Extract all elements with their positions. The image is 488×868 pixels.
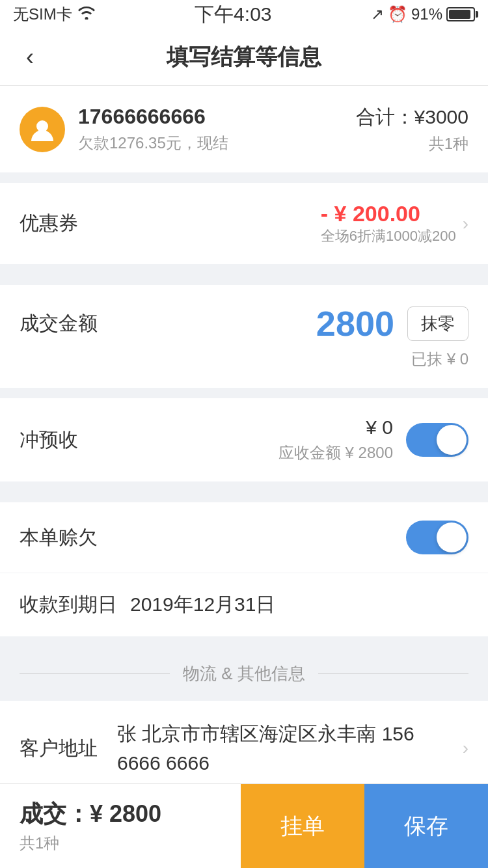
prepay-label: 冲预收 — [20, 427, 78, 454]
bottom-count: 共1种 — [20, 833, 221, 854]
amount-section: 成交金额 2800 抹零 已抹 ¥ 0 — [0, 285, 488, 388]
coupon-section[interactable]: 优惠券 - ¥ 200.00 全场6折满1000减200 › — [0, 183, 488, 264]
battery-percent: 91% — [411, 5, 442, 23]
customer-phone: 17666666666 — [78, 105, 228, 129]
round-button[interactable]: 抹零 — [407, 306, 468, 341]
alarm-icon: ⏰ — [388, 5, 407, 23]
coupon-amount: - ¥ 200.00 — [321, 201, 456, 226]
coupon-desc: 全场6折满1000减200 — [321, 226, 456, 246]
amount-value: 2800 — [316, 303, 394, 344]
avatar — [20, 107, 65, 152]
wifi-icon — [77, 5, 96, 23]
address-value: 张 北京市市辖区海淀区永丰南 156 6666 6666 — [117, 719, 463, 778]
status-time: 下午4:03 — [195, 1, 271, 28]
prepay-right: ¥ 0 应收金额 ¥ 2800 — [278, 416, 468, 463]
customer-info: 17666666666 欠款1276.35元，现结 — [78, 105, 228, 154]
deal-label: 成交： — [20, 800, 90, 827]
customer-debt: 欠款1276.35元，现结 — [78, 133, 228, 154]
amount-label: 成交金额 — [20, 310, 98, 337]
toggle-knob — [437, 425, 467, 455]
save-button[interactable]: 保存 — [364, 784, 488, 868]
prepay-row: 冲预收 ¥ 0 应收金额 ¥ 2800 — [20, 416, 468, 463]
prepay-toggle[interactable] — [406, 423, 468, 457]
customer-right: 合计：¥3000 共1种 — [356, 104, 468, 154]
customer-left: 17666666666 欠款1276.35元，现结 — [20, 105, 228, 154]
bottom-summary: 成交：¥ 2800 共1种 — [0, 784, 241, 868]
coupon-chevron-icon: › — [463, 213, 468, 234]
customer-card: 17666666666 欠款1276.35元，现结 合计：¥3000 共1种 — [0, 86, 488, 172]
prepay-amount: ¥ 0 — [278, 416, 393, 439]
location-icon: ↗ — [371, 5, 384, 23]
logistics-divider: 物流 & 其他信息 — [0, 647, 488, 701]
status-left: 无SIM卡 — [13, 4, 96, 25]
duedate-label: 收款到期日 — [20, 591, 117, 618]
status-bar: 无SIM卡 下午4:03 ↗ ⏰ 91% — [0, 0, 488, 29]
section-divider-2 — [0, 481, 488, 492]
amount-right: 2800 抹零 — [316, 303, 468, 344]
debt-toggle[interactable] — [406, 521, 468, 554]
address-chevron-icon: › — [463, 738, 468, 759]
status-right: ↗ ⏰ 91% — [371, 5, 475, 23]
coupon-right: - ¥ 200.00 全场6折满1000减200 › — [321, 201, 468, 246]
page-title: 填写结算等信息 — [167, 42, 321, 72]
duedate-value: 2019年12月31日 — [130, 591, 275, 618]
back-icon: ‹ — [26, 44, 34, 70]
hang-button[interactable]: 挂单 — [241, 784, 364, 868]
prepay-section: 冲预收 ¥ 0 应收金额 ¥ 2800 — [0, 398, 488, 481]
carrier-text: 无SIM卡 — [13, 4, 72, 25]
debt-toggle-knob — [437, 522, 467, 552]
save-button-label: 保存 — [404, 811, 448, 841]
back-button[interactable]: ‹ — [20, 37, 40, 77]
debt-section: 本单赊欠 — [0, 502, 488, 573]
total-amount: 合计：¥3000 — [356, 104, 468, 131]
prepay-sub: 应收金额 ¥ 2800 — [278, 442, 393, 463]
bottom-bar: 成交：¥ 2800 共1种 挂单 保存 — [0, 783, 488, 868]
duedate-row: 收款到期日 2019年12月31日 — [20, 591, 468, 618]
amount-row: 成交金额 2800 抹零 — [20, 303, 468, 344]
hang-button-label: 挂单 — [280, 811, 325, 841]
nav-bar: ‹ 填写结算等信息 — [0, 29, 488, 86]
duedate-section: 收款到期日 2019年12月31日 — [0, 573, 488, 636]
address-label: 客户地址 — [20, 735, 98, 762]
divider-line-right — [318, 673, 468, 674]
debt-label: 本单赊欠 — [20, 524, 98, 551]
content: 17666666666 欠款1276.35元，现结 合计：¥3000 共1种 优… — [0, 86, 488, 868]
section-divider-1 — [0, 275, 488, 285]
total-count: 共1种 — [356, 133, 468, 154]
amount-sub: 已抹 ¥ 0 — [20, 349, 468, 370]
divider-line-left — [20, 673, 170, 674]
logistics-label: 物流 & 其他信息 — [183, 662, 305, 685]
battery-icon — [446, 7, 475, 21]
address-section[interactable]: 客户地址 张 北京市市辖区海淀区永丰南 156 6666 6666 › — [0, 701, 488, 796]
deal-amount: ¥ 2800 — [90, 800, 161, 827]
coupon-label: 优惠券 — [20, 210, 78, 237]
bottom-deal: 成交：¥ 2800 — [20, 798, 221, 830]
